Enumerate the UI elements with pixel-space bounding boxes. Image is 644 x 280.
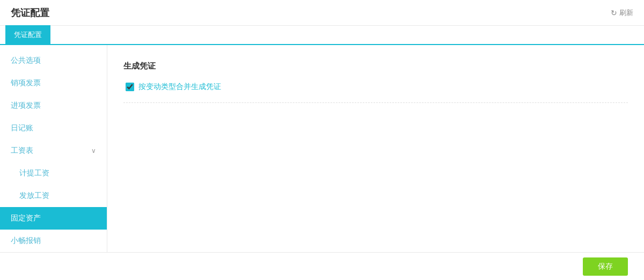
footer: 保存	[0, 252, 644, 280]
sidebar-item-label: 销项发票	[11, 78, 41, 88]
refresh-icon: ↻	[611, 9, 617, 17]
sidebar-item-purchase-invoice[interactable]: 进项发票	[0, 94, 107, 117]
sidebar-item-payroll[interactable]: 工资表 ∨	[0, 139, 107, 162]
sidebar: 公共选项 销项发票 进项发票 日记账 工资表 ∨ 计提工资 发放工资 固定资产 …	[0, 45, 107, 252]
refresh-label: 刷新	[619, 8, 633, 18]
sidebar-item-public-options[interactable]: 公共选项	[0, 49, 107, 72]
sidebar-item-label: 工资表	[11, 146, 33, 156]
header: 凭证配置 ↻ 刷新	[0, 0, 644, 26]
sidebar-item-accrue-salary[interactable]: 计提工资	[0, 162, 107, 185]
refresh-button[interactable]: ↻ 刷新	[611, 8, 633, 18]
merge-voucher-row: 按变动类型合并生成凭证	[123, 82, 628, 92]
sidebar-item-label: 日记账	[11, 123, 33, 133]
merge-voucher-checkbox[interactable]	[126, 83, 134, 91]
sidebar-item-label: 小畅报销	[11, 236, 41, 246]
sidebar-item-label: 发放工资	[19, 191, 49, 201]
section-title: 生成凭证	[123, 61, 628, 71]
save-button[interactable]: 保存	[583, 257, 628, 276]
sidebar-item-label: 计提工资	[19, 168, 49, 178]
sidebar-item-label: 进项发票	[11, 101, 41, 110]
content-area: 生成凭证 按变动类型合并生成凭证	[107, 45, 644, 252]
tab-voucher-config[interactable]: 凭证配置	[5, 25, 50, 45]
sidebar-item-sales-invoice[interactable]: 销项发票	[0, 72, 107, 94]
main-layout: 公共选项 销项发票 进项发票 日记账 工资表 ∨ 计提工资 发放工资 固定资产 …	[0, 45, 644, 252]
page-title: 凭证配置	[11, 6, 49, 19]
sidebar-item-pay-salary[interactable]: 发放工资	[0, 185, 107, 207]
chevron-down-icon: ∨	[91, 147, 96, 154]
sidebar-item-journal[interactable]: 日记账	[0, 117, 107, 139]
sidebar-item-label: 公共选项	[11, 56, 41, 65]
top-tab-bar: 凭证配置	[0, 26, 644, 45]
sidebar-item-fixed-assets[interactable]: 固定资产	[0, 207, 107, 230]
section-divider	[123, 102, 628, 103]
sidebar-item-expense-report[interactable]: 小畅报销	[0, 230, 107, 252]
merge-voucher-label: 按变动类型合并生成凭证	[138, 82, 221, 92]
sidebar-item-label: 固定资产	[11, 213, 41, 223]
